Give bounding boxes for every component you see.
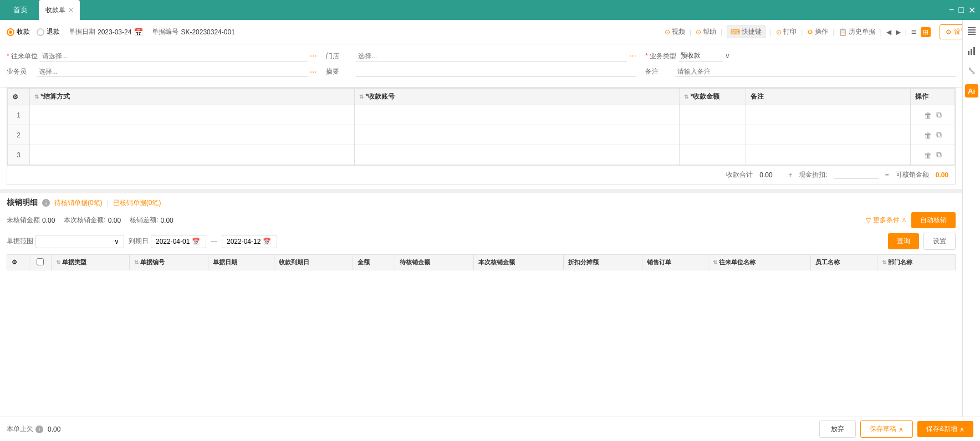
action-shortcut[interactable]: ⌨ 快捷键 bbox=[727, 25, 765, 38]
nav-prev-icon[interactable]: ◀ bbox=[886, 28, 891, 36]
verify-info-icon[interactable]: i bbox=[42, 199, 50, 207]
biz-type-arrow: ∨ bbox=[725, 52, 730, 60]
row-1-delete-icon[interactable]: 🗑 bbox=[924, 111, 932, 120]
table-row: 3 🗑 ⧉ bbox=[8, 145, 955, 165]
discount-input[interactable] bbox=[834, 171, 879, 179]
window-min-icon[interactable]: − bbox=[949, 5, 954, 16]
radio-refund[interactable]: 退款 bbox=[37, 27, 60, 37]
verify-settings-button[interactable]: 设置 bbox=[923, 233, 956, 250]
row-3-amount[interactable] bbox=[680, 145, 746, 165]
action-help[interactable]: ⊙ 帮助 bbox=[696, 27, 716, 37]
row-3-action: 🗑 ⧉ bbox=[911, 145, 955, 165]
date-from[interactable]: 2022-04-01 📅 bbox=[151, 235, 206, 248]
more-conditions-btn[interactable]: ▽ 更多条件 ∧ bbox=[866, 216, 907, 225]
row-3-remark[interactable] bbox=[746, 145, 911, 165]
verify-col-pending: 待核销金额 bbox=[395, 255, 473, 270]
store-input[interactable] bbox=[356, 51, 627, 61]
verify-col-checkbox[interactable] bbox=[29, 255, 52, 270]
sidebar-link-icon[interactable] bbox=[965, 64, 978, 78]
save-new-arrow-icon[interactable]: ∧ bbox=[959, 425, 964, 433]
row-2-remark[interactable] bbox=[746, 125, 911, 145]
plus-label: + bbox=[788, 171, 792, 179]
row-1-number: 1 bbox=[8, 105, 30, 125]
verifiable-label: 可核销金额 bbox=[896, 170, 929, 180]
verify-col-gear[interactable]: ⚙ bbox=[7, 255, 29, 270]
row-2-account[interactable] bbox=[355, 125, 680, 145]
verify-table-header: ⚙ ⇅ 单据类型 ⇅ 单据编号 单据日期 收款到期日 金额 待核销金额 bbox=[7, 255, 956, 270]
row-2-amount[interactable] bbox=[680, 125, 746, 145]
action-operate[interactable]: ⚙ 操作 bbox=[807, 27, 828, 37]
select-all-checkbox[interactable] bbox=[37, 258, 44, 265]
svg-rect-2 bbox=[968, 32, 976, 33]
customer-input[interactable] bbox=[40, 51, 308, 61]
abandon-button[interactable]: 放弃 bbox=[819, 421, 856, 438]
sidebar-table-icon[interactable] bbox=[965, 24, 978, 38]
radio-receipt[interactable]: 收款 bbox=[7, 27, 30, 37]
verify-col-type: ⇅ 单据类型 bbox=[52, 255, 130, 270]
window-close-icon[interactable]: ✕ bbox=[968, 5, 976, 16]
col-amount: ⇅ *收款金额 bbox=[680, 89, 746, 105]
sidebar-chart-icon[interactable] bbox=[965, 44, 978, 58]
row-3-settlement[interactable] bbox=[30, 145, 355, 165]
remark-input[interactable] bbox=[675, 66, 956, 77]
auto-verify-button[interactable]: 自动核销 bbox=[911, 212, 956, 228]
verify-tab-done[interactable]: 已核销单据(0笔) bbox=[113, 198, 161, 208]
this-order-info-icon[interactable]: i bbox=[35, 425, 43, 433]
calendar-icon[interactable]: 📅 bbox=[134, 28, 143, 37]
tab-active[interactable]: 收款单 × bbox=[39, 0, 80, 20]
row-1-settlement[interactable] bbox=[30, 105, 355, 125]
biz-type-value: 预收款 bbox=[678, 50, 723, 62]
stat-unverified: 未核销金额 0.00 bbox=[7, 216, 55, 225]
nav-next-icon[interactable]: ▶ bbox=[896, 28, 901, 36]
filter-right: 查询 设置 bbox=[888, 233, 956, 250]
sidebar-ai-icon[interactable]: Ai bbox=[965, 84, 978, 98]
verify-col-date: 单据日期 bbox=[208, 255, 274, 270]
action-video[interactable]: ⊙ 视频 bbox=[665, 27, 685, 37]
range-select[interactable]: ∨ bbox=[35, 235, 124, 248]
view-grid-icon[interactable]: ⊞ bbox=[921, 27, 931, 37]
row-1-amount[interactable] bbox=[680, 105, 746, 125]
summary-input[interactable] bbox=[356, 66, 636, 77]
store-label: 门店 bbox=[326, 52, 354, 61]
row-2-number: 2 bbox=[8, 125, 30, 145]
salesperson-more-icon[interactable]: ··· bbox=[310, 67, 317, 77]
biz-type-label: 业务类型 bbox=[645, 52, 676, 61]
row-2-settlement[interactable] bbox=[30, 125, 355, 145]
save-new-button[interactable]: 保存&新增 ∧ bbox=[917, 421, 973, 437]
customer-more-icon[interactable]: ··· bbox=[310, 51, 317, 61]
bottom-bar: 本单上欠 i 0.00 放弃 保存草稿 ∧ 保存&新增 ∧ bbox=[0, 417, 980, 441]
row-2-delete-icon[interactable]: 🗑 bbox=[924, 131, 932, 140]
verifiable-value: 0.00 bbox=[936, 171, 948, 179]
row-3-delete-icon[interactable]: 🗑 bbox=[924, 151, 932, 160]
col-gear[interactable]: ⚙ bbox=[8, 89, 30, 105]
action-print[interactable]: ⊙ 打印 bbox=[776, 27, 797, 37]
content-scroll: 往来单位 ··· 门店 ··· 业务类型 预收款 ∨ bbox=[0, 44, 980, 417]
salesperson-label: 业务员 bbox=[7, 67, 34, 76]
view-list-icon[interactable]: ≡ bbox=[911, 27, 916, 37]
row-1-copy-icon[interactable]: ⧉ bbox=[936, 110, 942, 120]
tab-close-icon[interactable]: × bbox=[69, 0, 73, 20]
row-1-remark[interactable] bbox=[746, 105, 911, 125]
summary-label: 摘要 bbox=[326, 67, 354, 76]
date-to[interactable]: 2022-04-12 📅 bbox=[222, 235, 277, 248]
save-draft-arrow-icon[interactable]: ∧ bbox=[899, 425, 904, 433]
row-1-account[interactable] bbox=[355, 105, 680, 125]
row-3-copy-icon[interactable]: ⧉ bbox=[936, 150, 942, 160]
verify-col-amount: 金额 bbox=[353, 255, 395, 270]
query-button[interactable]: 查询 bbox=[888, 233, 919, 249]
svg-rect-4 bbox=[968, 51, 969, 55]
window-max-icon[interactable]: □ bbox=[958, 5, 964, 16]
action-help-label: 帮助 bbox=[703, 27, 716, 37]
verify-tab-pending[interactable]: 待核销单据(0笔) bbox=[54, 198, 103, 208]
svg-rect-0 bbox=[968, 27, 976, 28]
store-more-icon[interactable]: ··· bbox=[629, 51, 636, 61]
action-history[interactable]: 📋 历史单据 bbox=[839, 27, 875, 37]
tab-home[interactable]: 首页 bbox=[4, 0, 37, 20]
salesperson-input[interactable] bbox=[37, 66, 308, 77]
verify-header: 核销明细 i 待核销单据(0笔) | 已核销单据(0笔) bbox=[7, 198, 956, 208]
row-2-copy-icon[interactable]: ⧉ bbox=[936, 130, 942, 140]
biz-type-select[interactable]: 预收款 ∨ bbox=[678, 50, 956, 62]
save-draft-button[interactable]: 保存草稿 ∧ bbox=[860, 421, 913, 438]
row-3-account[interactable] bbox=[355, 145, 680, 165]
date-label: 单据日期 bbox=[69, 27, 95, 37]
